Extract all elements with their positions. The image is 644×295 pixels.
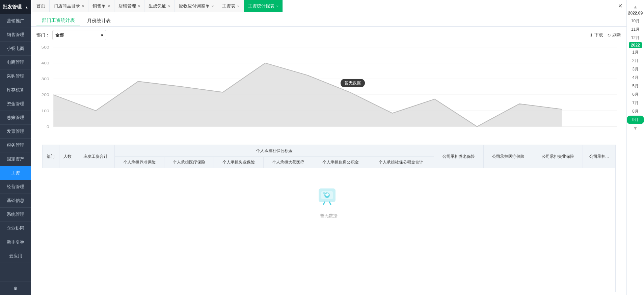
sidebar-settings[interactable]: ⚙ bbox=[0, 282, 31, 295]
sidebar-item-17[interactable]: 云应用 bbox=[0, 249, 31, 263]
col-company-medical: 公司承担医疗保险 bbox=[484, 145, 533, 168]
col-personal-unemploy: 个人承担失业保险 bbox=[214, 157, 264, 168]
sub-tabs: 部门工资统计表 月份统计表 bbox=[31, 12, 626, 27]
sidebar-item-12[interactable]: 经营管理 bbox=[0, 180, 31, 194]
sub-tab-dept[interactable]: 部门工资统计表 bbox=[36, 16, 80, 26]
sidebar-item-15[interactable]: 企业协同 bbox=[0, 222, 31, 235]
sidebar-item-3[interactable]: 电商管理 bbox=[0, 56, 31, 69]
right-panel-sep[interactable]: 9月 bbox=[627, 116, 644, 124]
right-panel-up-arrow[interactable]: ▲ bbox=[632, 3, 639, 11]
sidebar-item-4[interactable]: 采购管理 bbox=[0, 69, 31, 83]
empty-state: 暂无数据 bbox=[42, 168, 615, 232]
main-content: 首页门店商品目录×销售单×店铺管理×生成凭证×应收应付调整单×工资表×工资统计报… bbox=[31, 0, 626, 295]
sidebar-item-9[interactable]: 税务管理 bbox=[0, 139, 31, 152]
download-label: 下载 bbox=[594, 32, 603, 38]
dept-label: 部门： bbox=[36, 32, 50, 38]
right-panel-year-2022[interactable]: 2022 bbox=[629, 42, 642, 48]
tab-5[interactable]: 应收应付调整单× bbox=[175, 0, 218, 12]
chevron-down-icon: ▾ bbox=[101, 33, 103, 38]
empty-icon bbox=[315, 182, 342, 209]
toolbar-right: ⬇ 下载 ↻ 刷新 bbox=[589, 32, 621, 38]
right-panel-jul[interactable]: 7月 bbox=[627, 99, 644, 107]
refresh-label: 刷新 bbox=[612, 32, 621, 38]
tab-3[interactable]: 店铺管理× bbox=[114, 0, 144, 12]
sidebar-item-2[interactable]: 小畅电商 bbox=[0, 42, 31, 56]
dept-select[interactable]: 全部 ▾ bbox=[52, 30, 106, 40]
dept-select-value: 全部 bbox=[55, 32, 64, 38]
right-panel-dec[interactable]: 12月 bbox=[627, 34, 644, 42]
sidebar-item-14[interactable]: 系统管理 bbox=[0, 208, 31, 222]
sub-tab-month[interactable]: 月份统计表 bbox=[82, 16, 116, 26]
sidebar-item-7[interactable]: 总账管理 bbox=[0, 111, 31, 125]
sidebar-arrow-icon: ▲ bbox=[25, 5, 28, 9]
data-table-wrapper[interactable]: 部门 人数 应发工资合计 个人承担社保公积金 公司承担养老保险 公司承担医疗保险… bbox=[42, 145, 616, 292]
sidebar-header-label: 批发管理 bbox=[3, 4, 22, 10]
sidebar-item-0[interactable]: 营销推广 bbox=[0, 14, 31, 28]
empty-state-text: 暂无数据 bbox=[320, 213, 338, 219]
right-panel-feb[interactable]: 2月 bbox=[627, 57, 644, 65]
sidebar-item-5[interactable]: 库存核算 bbox=[0, 83, 31, 97]
tab-close-3[interactable]: × bbox=[138, 4, 140, 8]
sidebar-item-13[interactable]: 基础信息 bbox=[0, 194, 31, 208]
col-personal-medical: 个人承担医疗保险 bbox=[164, 157, 214, 168]
svg-text:500: 500 bbox=[42, 45, 49, 50]
refresh-icon: ↻ bbox=[607, 33, 611, 38]
col-dept: 部门 bbox=[43, 145, 59, 168]
right-panel-down-arrow[interactable]: ▼ bbox=[632, 124, 639, 132]
tab-close-6[interactable]: × bbox=[237, 4, 239, 8]
right-panel-may[interactable]: 5月 bbox=[627, 82, 644, 90]
right-panel-nov[interactable]: 11月 bbox=[627, 25, 644, 34]
svg-line-18 bbox=[329, 202, 331, 205]
tab-close-1[interactable]: × bbox=[82, 4, 84, 8]
tab-2[interactable]: 销售单× bbox=[88, 0, 114, 12]
svg-text:200: 200 bbox=[42, 92, 49, 97]
sidebar-item-6[interactable]: 资金管理 bbox=[0, 97, 31, 111]
right-panel-apr[interactable]: 4月 bbox=[627, 73, 644, 82]
svg-text:300: 300 bbox=[42, 77, 49, 81]
right-panel-jan[interactable]: 1月 bbox=[627, 48, 644, 57]
right-panel-mar[interactable]: 3月 bbox=[627, 65, 644, 73]
chart-area: 500 400 300 200 100 0 bbox=[31, 43, 626, 295]
sidebar-item-16[interactable]: 新手引导 bbox=[0, 235, 31, 249]
col-personal-bigmedical: 个人承担大额医疗 bbox=[264, 157, 313, 168]
right-panel-aug[interactable]: 8月 bbox=[627, 107, 644, 116]
col-people: 人数 bbox=[59, 145, 76, 168]
col-company-unemploy: 公司承担失业保险 bbox=[533, 145, 583, 168]
col-personal-old: 个人承担养老保险 bbox=[115, 157, 164, 168]
col-company-old: 公司承担养老保险 bbox=[434, 145, 484, 168]
tab-7[interactable]: 工资统计报表× bbox=[244, 0, 283, 12]
tab-1[interactable]: 门店商品目录× bbox=[50, 0, 88, 12]
tab-0[interactable]: 首页 bbox=[32, 0, 50, 12]
tab-close-5[interactable]: × bbox=[212, 4, 214, 8]
right-panel-jun[interactable]: 6月 bbox=[627, 90, 644, 99]
sidebar-item-1[interactable]: 销售管理 bbox=[0, 28, 31, 42]
svg-rect-20 bbox=[326, 193, 327, 194]
sidebar-item-10[interactable]: 固定资产 bbox=[0, 152, 31, 166]
tab-close-7[interactable]: × bbox=[276, 4, 278, 8]
col-group-personal: 个人承担社保公积金 bbox=[115, 145, 434, 157]
col-company-more: 公司承担... bbox=[583, 145, 615, 168]
tab-close-2[interactable]: × bbox=[108, 4, 110, 8]
sidebar: 批发管理 ▲ 营销推广销售管理小畅电商电商管理采购管理库存核算资金管理总账管理发… bbox=[0, 0, 31, 295]
col-personal-total: 个人承担社保公积金合计 bbox=[368, 157, 434, 168]
close-all-tabs-button[interactable]: ✕ bbox=[614, 0, 626, 12]
sidebar-item-11[interactable]: 工资 bbox=[0, 166, 31, 180]
download-button[interactable]: ⬇ 下载 bbox=[589, 32, 603, 38]
right-panel-oct[interactable]: 10月 bbox=[627, 17, 644, 25]
settings-icon: ⚙ bbox=[14, 286, 18, 291]
toolbar: 部门： 全部 ▾ ⬇ 下载 ↻ 刷新 bbox=[31, 27, 626, 43]
refresh-button[interactable]: ↻ 刷新 bbox=[607, 32, 621, 38]
download-icon: ⬇ bbox=[589, 33, 593, 38]
tabs-bar: 首页门店商品目录×销售单×店铺管理×生成凭证×应收应付调整单×工资表×工资统计报… bbox=[31, 0, 626, 12]
sidebar-item-8[interactable]: 发票管理 bbox=[0, 125, 31, 139]
tab-4[interactable]: 生成凭证× bbox=[144, 0, 175, 12]
chart-container: 500 400 300 200 100 0 bbox=[36, 43, 621, 145]
tab-6[interactable]: 工资表× bbox=[218, 0, 244, 12]
svg-rect-19 bbox=[323, 193, 325, 194]
svg-text:100: 100 bbox=[42, 109, 49, 113]
svg-text:0: 0 bbox=[47, 124, 49, 129]
tab-close-4[interactable]: × bbox=[168, 4, 170, 8]
data-table: 部门 人数 应发工资合计 个人承担社保公积金 公司承担养老保险 公司承担医疗保险… bbox=[42, 145, 615, 168]
sidebar-header[interactable]: 批发管理 ▲ bbox=[0, 0, 31, 14]
svg-line-17 bbox=[323, 202, 325, 205]
